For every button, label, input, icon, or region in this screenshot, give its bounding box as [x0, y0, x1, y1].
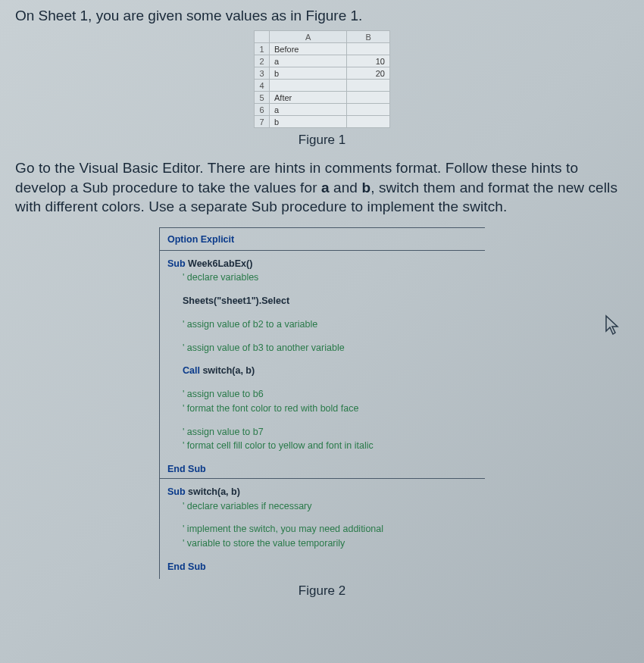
code-sub1-decl: Sub Week6LabEx() [167, 257, 477, 271]
cursor-icon [605, 314, 621, 336]
intro-text: On Sheet 1, you are given some values as… [15, 8, 629, 24]
instructions-text: Go to the Visual Basic Editor. There are… [15, 158, 629, 217]
instr-bold-a: a [321, 180, 330, 195]
table-row: 5 After [255, 92, 390, 104]
corner-cell [255, 31, 270, 43]
code-comment: ' variable to store the value temporaril… [167, 536, 477, 551]
table-row: 2 a 10 [255, 55, 390, 67]
code-end-sub: End Sub [167, 560, 477, 574]
cell: b [270, 116, 347, 128]
code-comment: ' assign value of b2 to a variable [167, 317, 477, 332]
cell [270, 80, 347, 92]
cell: b [270, 67, 347, 80]
col-header-b: B [347, 31, 390, 43]
table-row: 4 [255, 80, 390, 92]
table-row: 1 Before [255, 43, 390, 55]
row-num: 5 [255, 92, 270, 104]
code-comment: ' assign value to b6 [167, 387, 477, 402]
cell: a [270, 104, 347, 116]
table-row: 3 b 20 [255, 67, 390, 80]
cell: 10 [347, 55, 390, 67]
cell [347, 92, 390, 104]
cell [347, 116, 390, 128]
figure-2-caption: Figure 2 [15, 583, 629, 599]
cell [347, 43, 390, 55]
col-header-a: A [270, 31, 347, 43]
keyword-sub: Sub [167, 258, 188, 269]
cell: After [270, 92, 347, 104]
code-call-switch: Call switch(a, b) [167, 364, 477, 378]
code-end-sub: End Sub [167, 462, 477, 477]
row-num: 6 [255, 104, 270, 116]
cell [347, 104, 390, 116]
code-divider [160, 478, 485, 479]
code-comment: ' declare variables [167, 271, 477, 285]
code-select-sheet: Sheets("sheet1").Select [167, 294, 477, 308]
table-row: 6 a [255, 104, 390, 116]
row-num: 1 [255, 43, 270, 55]
instr-part: and [330, 180, 362, 195]
keyword-call: Call [183, 365, 202, 376]
code-sub2-decl: Sub switch(a, b) [167, 485, 477, 499]
code-divider [160, 250, 485, 251]
row-num: 2 [255, 55, 270, 67]
code-comment: ' declare variables if necessary [167, 499, 477, 514]
spreadsheet-table: A B 1 Before 2 a 10 3 b 20 4 5 After [254, 30, 390, 128]
code-comment: ' assign value to b7 [167, 425, 477, 439]
code-comment: ' format cell fill color to yellow and f… [167, 439, 477, 453]
code-comment: ' format the font color to red with bold… [167, 402, 477, 416]
sub1-name: Week6LabEx() [188, 258, 252, 269]
table-row: 7 b [255, 116, 390, 128]
sub2-name: switch(a, b) [188, 486, 240, 497]
figure-2-code: Option Explicit Sub Week6LabEx() ' decla… [159, 227, 485, 579]
instr-bold-b: b [361, 180, 370, 195]
code-comment: ' assign value of b3 to another variable [167, 341, 477, 355]
code-comment: ' implement the switch, you may need add… [167, 522, 477, 536]
cell: Before [270, 43, 347, 55]
row-num: 7 [255, 116, 270, 128]
figure-1-caption: Figure 1 [15, 133, 629, 148]
row-num: 4 [255, 80, 270, 92]
cell [347, 80, 390, 92]
row-num: 3 [255, 67, 270, 80]
keyword-sub: Sub [167, 486, 188, 497]
call-fn: switch(a, b) [202, 365, 255, 376]
code-option-explicit: Option Explicit [167, 233, 477, 249]
figure-1-spreadsheet: A B 1 Before 2 a 10 3 b 20 4 5 After [254, 30, 390, 128]
cell: a [270, 55, 347, 67]
cell: 20 [347, 67, 390, 80]
